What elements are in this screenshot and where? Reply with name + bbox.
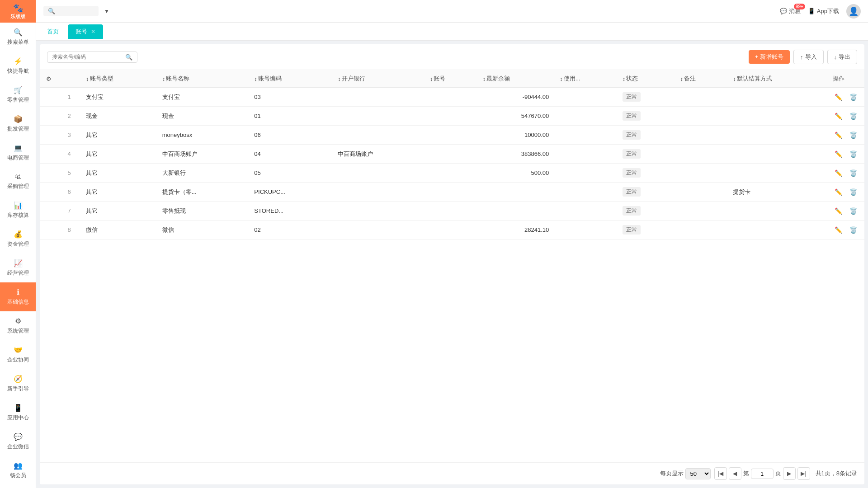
message-icon: 💬 — [780, 8, 787, 14]
row-delete-6[interactable]: 🗑️ — [848, 206, 859, 216]
sidebar-item-member[interactable]: 👥 畅会员 — [0, 456, 36, 485]
search-input[interactable] — [52, 54, 123, 60]
col-name[interactable]: ↕ 账号名称 — [157, 70, 249, 88]
row-actions-0: ✏️ 🗑️ — [827, 88, 864, 107]
page-size-selector[interactable]: 每页显示 50 100 200 — [660, 468, 711, 479]
row-gear-5[interactable] — [40, 183, 58, 202]
sidebar-item-enterprise_agreement[interactable]: 🤝 企业协同 — [0, 340, 36, 369]
import-button[interactable]: ↑ 导入 — [793, 50, 824, 64]
message-button[interactable]: 💬 消息 99+ — [780, 7, 801, 15]
sidebar-item-app_center[interactable]: 📱 应用中心 — [0, 398, 36, 427]
sidebar-item-finance[interactable]: 💰 资金管理 — [0, 225, 36, 253]
dropdown-icon: ▼ — [104, 8, 109, 14]
col-default-settlement[interactable]: ↕ 默认结算方式 — [727, 70, 827, 88]
row-edit-0[interactable]: ✏️ — [833, 93, 844, 102]
row-default-settlement-1 — [727, 107, 827, 126]
add-account-button[interactable]: + 新增账号 — [749, 50, 790, 64]
row-name-4: 大新银行 — [157, 164, 249, 183]
row-delete-2[interactable]: 🗑️ — [848, 131, 859, 140]
sidebar-item-purchase[interactable]: 🛍 采购管理 — [0, 167, 36, 196]
col-account[interactable]: ↕ 账号 — [425, 70, 477, 88]
header-search[interactable]: 🔍 — [43, 6, 99, 16]
sidebar-item-system[interactable]: ⚙ 系统管理 — [0, 311, 36, 340]
row-gear-3[interactable] — [40, 145, 58, 164]
sidebar-item-inventory[interactable]: 📊 库存核算 — [0, 196, 36, 225]
page-prev-button[interactable]: ◀ — [729, 467, 741, 480]
row-name-7: 微信 — [157, 221, 249, 239]
table-row: 5 其它 大新银行 05 500.00 正常 ✏️ 🗑️ — [40, 164, 864, 183]
row-gear-4[interactable] — [40, 164, 58, 183]
app-download-button[interactable]: 📱 App下载 — [808, 7, 839, 15]
sidebar-item-retail[interactable]: 🛒 零售管理 — [0, 80, 36, 109]
col-usage[interactable]: ↕ 使用... — [554, 70, 617, 88]
sidebar-item-shortcut[interactable]: ⚡ 快捷导航 — [0, 52, 36, 80]
page-next-button[interactable]: ▶ — [783, 467, 796, 480]
app-icon: 📱 — [808, 8, 815, 14]
page-first-button[interactable]: |◀ — [714, 467, 727, 480]
row-gear-7[interactable] — [40, 221, 58, 239]
header-search-input[interactable] — [58, 8, 94, 14]
row-gear-0[interactable] — [40, 88, 58, 107]
row-index-4: 5 — [58, 164, 80, 183]
row-edit-2[interactable]: ✏️ — [833, 131, 844, 140]
user-avatar[interactable]: 👤 — [846, 4, 861, 19]
row-gear-2[interactable] — [40, 126, 58, 145]
sidebar-item-enterprise_wechat[interactable]: 💬 企业微信 — [0, 427, 36, 456]
page-last-button[interactable]: ▶| — [797, 467, 810, 480]
col-code[interactable]: ↕ 账号编码 — [249, 70, 332, 88]
sidebar-item-ecommerce[interactable]: 💻 电商管理 — [0, 138, 36, 167]
tab-account[interactable]: 账号✕ — [68, 24, 103, 39]
row-delete-5[interactable]: 🗑️ — [848, 188, 859, 197]
search-box[interactable]: 🔍 — [47, 52, 137, 63]
sidebar-icon-retail: 🛒 — [14, 86, 23, 94]
col-gear[interactable]: ⚙ — [40, 70, 58, 88]
row-edit-6[interactable]: ✏️ — [833, 206, 844, 216]
row-edit-1[interactable]: ✏️ — [833, 112, 844, 121]
sidebar-label-finance: 资金管理 — [7, 240, 29, 248]
page-suffix: 页 — [775, 469, 781, 478]
sidebar-item-basicinfo[interactable]: ℹ 基础信息 — [0, 282, 36, 311]
row-delete-7[interactable]: 🗑️ — [848, 225, 859, 235]
row-edit-5[interactable]: ✏️ — [833, 188, 844, 197]
table-row: 2 现金 现金 01 547670.00 正常 ✏️ 🗑️ — [40, 107, 864, 126]
sidebar-icon-inventory: 📊 — [14, 201, 23, 210]
sidebar-item-guide[interactable]: 🧭 新手引导 — [0, 369, 36, 398]
sidebar-item-search[interactable]: 🔍 搜索菜单 — [0, 23, 36, 52]
row-gear-6[interactable] — [40, 202, 58, 221]
row-edit-3[interactable]: ✏️ — [833, 150, 844, 159]
col-type[interactable]: ↕ 账号类型 — [80, 70, 157, 88]
page-number-input[interactable] — [751, 469, 774, 479]
search-submit-icon[interactable]: 🔍 — [125, 54, 132, 61]
col-balance[interactable]: ↕ 最新余额 — [477, 70, 555, 88]
row-delete-0[interactable]: 🗑️ — [848, 93, 859, 102]
main-area: 🔍 ▼ 💬 消息 99+ 📱 App下载 👤 首页账号✕ — [36, 0, 868, 488]
row-edit-4[interactable]: ✏️ — [833, 169, 844, 178]
row-balance-2: 10000.00 — [477, 126, 555, 145]
row-delete-1[interactable]: 🗑️ — [848, 112, 859, 121]
row-type-2: 其它 — [80, 126, 157, 145]
row-usage-1 — [554, 107, 617, 126]
sidebar: 🐾 乐版版 🔍 搜索菜单 ⚡ 快捷导航 🛒 零售管理 📦 批发管理 💻 电商管理… — [0, 0, 36, 488]
row-delete-4[interactable]: 🗑️ — [848, 169, 859, 178]
col-status[interactable]: ↕ 状态 — [617, 70, 675, 88]
table-row: 7 其它 零售抵现 STORED... 正常 ✏️ 🗑️ — [40, 202, 864, 221]
sidebar-label-ecommerce: 电商管理 — [7, 154, 29, 162]
sidebar-item-wholesale[interactable]: 📦 批发管理 — [0, 109, 36, 138]
sidebar-item-operations[interactable]: 📈 经营管理 — [0, 253, 36, 282]
row-edit-7[interactable]: ✏️ — [833, 225, 844, 235]
total-label: 共1页，8条记录 — [816, 469, 857, 478]
col-remark[interactable]: ↕ 备注 — [675, 70, 728, 88]
col-bank[interactable]: ↕ 开户银行 — [332, 70, 425, 88]
page-size-select-input[interactable]: 50 100 200 — [685, 468, 711, 479]
row-status-5: 正常 — [617, 183, 675, 202]
message-badge: 99+ — [794, 4, 805, 9]
export-button[interactable]: ↓ 导出 — [827, 50, 858, 64]
header-dropdown[interactable]: ▼ — [104, 8, 109, 14]
row-delete-3[interactable]: 🗑️ — [848, 150, 859, 159]
tab-home[interactable]: 首页 — [40, 24, 66, 39]
sidebar-label-member: 畅会员 — [10, 472, 26, 479]
tab-close-account[interactable]: ✕ — [91, 28, 95, 35]
row-default-settlement-3 — [727, 145, 827, 164]
sidebar-label-enterprise_agreement: 企业协同 — [7, 356, 29, 364]
row-gear-1[interactable] — [40, 107, 58, 126]
